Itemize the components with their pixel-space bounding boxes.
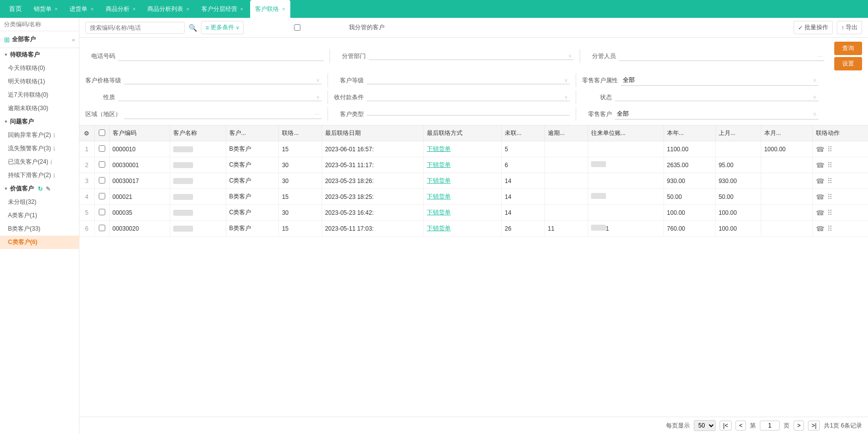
col-last-contact-date-header[interactable]: 最后联络日期 xyxy=(322,125,423,141)
sidebar-section-value[interactable]: ▼ 价值客户 ↻ ✎ xyxy=(0,182,79,195)
col-checkbox-header[interactable] xyxy=(94,125,109,141)
edit-icon[interactable]: ✎ xyxy=(46,186,51,192)
nav-tab-4[interactable]: 商品分析列表 × xyxy=(142,0,194,18)
close-tab-4-icon[interactable]: × xyxy=(186,6,189,12)
close-tab-3-icon[interactable]: × xyxy=(133,6,135,12)
page-size-select[interactable]: 50 xyxy=(694,420,716,431)
col-settings-header[interactable]: ⚙ xyxy=(79,125,94,141)
payment-select[interactable]: ∨ xyxy=(367,93,570,101)
nav-tab-3[interactable]: 商品分析 × xyxy=(101,0,140,18)
sidebar-item-declining[interactable]: 持续下滑客户(2) ℹ xyxy=(0,169,79,182)
query-button[interactable]: 查询 xyxy=(834,42,862,55)
contact-action-icon-5[interactable]: ☎ xyxy=(816,225,824,233)
col-this-year-header[interactable]: 本年... xyxy=(664,125,715,141)
more-action-icon-0[interactable]: ⠿ xyxy=(827,145,832,153)
nav-home[interactable]: 首页 xyxy=(4,0,27,18)
contact-action-icon-0[interactable]: ☎ xyxy=(816,145,824,153)
col-ctype-header[interactable]: 客户... xyxy=(226,125,278,141)
select-all-checkbox[interactable] xyxy=(99,129,105,136)
dept-select[interactable]: ∨ xyxy=(369,52,574,60)
sidebar-item-churned[interactable]: 已流失客户(24) ℹ xyxy=(0,155,79,169)
first-page-button[interactable]: |< xyxy=(720,421,732,431)
row-last-method-1[interactable]: 下销货单 xyxy=(424,157,502,173)
customer-level-select[interactable]: ∨ xyxy=(367,76,570,84)
sidebar-item-churn-warning[interactable]: 流失预警客户(3) ℹ xyxy=(0,142,79,155)
close-tab-1-icon[interactable]: × xyxy=(55,6,58,12)
row-checkbox-cell-5[interactable] xyxy=(94,221,109,237)
export-button[interactable]: ↑ 导出 xyxy=(837,21,862,34)
nav-tab-5[interactable]: 客户分层经营 × xyxy=(197,0,248,18)
row-last-method-4[interactable]: 下销货单 xyxy=(424,205,502,221)
retail-attr-select[interactable]: 全部 ∨ xyxy=(621,75,818,86)
refresh-icon[interactable]: ↻ xyxy=(38,186,43,192)
col-name-header[interactable]: 客户名称 xyxy=(170,125,226,141)
sidebar-item-unclassified[interactable]: 未分组(32) xyxy=(0,195,79,209)
col-code-header[interactable]: 客户编码 xyxy=(109,125,170,141)
row-checkbox-cell-2[interactable] xyxy=(94,173,109,189)
row-last-method-2[interactable]: 下销货单 xyxy=(424,173,502,189)
page-number-input[interactable] xyxy=(760,421,780,431)
row-checkbox-5[interactable] xyxy=(99,225,105,231)
more-action-icon-1[interactable]: ⠿ xyxy=(827,161,832,169)
more-action-icon-2[interactable]: ⠿ xyxy=(827,177,832,185)
contact-action-icon-4[interactable]: ☎ xyxy=(816,209,824,217)
row-checkbox-1[interactable] xyxy=(99,161,105,168)
close-tab-6-icon[interactable]: × xyxy=(282,6,285,12)
row-last-method-0[interactable]: 下销货单 xyxy=(424,141,502,157)
customer-type-select[interactable] xyxy=(367,113,570,116)
last-page-button[interactable]: >| xyxy=(808,421,820,431)
sidebar-item-7days[interactable]: 近7天待联络(0) xyxy=(0,88,79,102)
sidebar-item-overdue[interactable]: 逾期未联络(30) xyxy=(0,102,79,115)
batch-operations-button[interactable]: ✓ 批量操作 xyxy=(794,21,833,34)
status-select[interactable]: ∨ xyxy=(615,93,818,101)
next-page-button[interactable]: > xyxy=(794,421,804,431)
contact-action-icon-2[interactable]: ☎ xyxy=(816,177,824,185)
sidebar-item-c-class[interactable]: C类客户(6) xyxy=(0,236,79,249)
nav-tab-1[interactable]: 销货单 × xyxy=(29,0,63,18)
col-account-header[interactable]: 往来单位账... xyxy=(588,125,664,141)
contact-action-icon-1[interactable]: ☎ xyxy=(816,161,824,169)
row-checkbox-4[interactable] xyxy=(99,209,105,215)
sidebar-search-input[interactable] xyxy=(4,21,78,28)
collapse-icon[interactable]: « xyxy=(72,37,75,43)
row-last-method-5[interactable]: 下销货单 xyxy=(424,221,502,237)
contact-action-icon-3[interactable]: ☎ xyxy=(816,193,824,201)
col-this-month-header[interactable]: 本月... xyxy=(761,125,812,141)
nature-select[interactable]: ∨ xyxy=(118,93,322,101)
row-checkbox-cell-0[interactable] xyxy=(94,141,109,157)
close-tab-5-icon[interactable]: × xyxy=(240,6,243,12)
row-checkbox-cell-4[interactable] xyxy=(94,205,109,221)
col-last-month-header[interactable]: 上月... xyxy=(715,125,761,141)
col-last-contact-method-header[interactable]: 最后联络方式 xyxy=(424,125,502,141)
nav-tab-2[interactable]: 进货单 × xyxy=(65,0,98,18)
more-conditions-button[interactable]: ≡ 更多条件 ∨ xyxy=(201,21,244,34)
sidebar-item-b-class[interactable]: B类客户(33) xyxy=(0,222,79,236)
row-checkbox-cell-3[interactable] xyxy=(94,189,109,205)
retail-customer-select[interactable]: 全部 ∨ xyxy=(615,109,818,120)
sidebar-item-tomorrow[interactable]: 明天待联络(1) xyxy=(0,75,79,88)
row-checkbox-cell-1[interactable] xyxy=(94,157,109,173)
row-checkbox-3[interactable] xyxy=(99,193,105,199)
search-input[interactable] xyxy=(85,22,185,34)
more-action-icon-3[interactable]: ⠿ xyxy=(827,193,832,201)
sidebar-section-pending[interactable]: ▼ 待联络客户 xyxy=(0,48,79,62)
phone-input[interactable] xyxy=(118,52,324,61)
search-button-icon[interactable]: 🔍 xyxy=(189,24,197,32)
row-checkbox-0[interactable] xyxy=(99,145,105,152)
all-customers-item[interactable]: ⊞ 全部客户 « xyxy=(0,31,79,48)
col-un-contact-header[interactable]: 未联... xyxy=(501,125,544,141)
close-tab-2-icon[interactable]: × xyxy=(90,6,93,12)
person-select[interactable]: ··· xyxy=(619,52,824,61)
my-customers-checkbox-label[interactable]: 我分管的客户 xyxy=(248,23,385,32)
col-contact-header[interactable]: 联络... xyxy=(279,125,322,141)
col-overdue-header[interactable]: 逾期... xyxy=(544,125,588,141)
nav-tab-6[interactable]: 客户联络 × xyxy=(250,0,290,18)
sidebar-item-today[interactable]: 今天待联络(0) xyxy=(0,62,79,75)
sidebar-section-problem[interactable]: ▼ 问题客户 xyxy=(0,115,79,128)
prev-page-button[interactable]: < xyxy=(735,421,746,431)
region-select[interactable]: ··· xyxy=(124,110,322,119)
my-customers-checkbox[interactable] xyxy=(248,24,347,31)
more-action-icon-4[interactable]: ⠿ xyxy=(827,209,832,217)
more-action-icon-5[interactable]: ⠿ xyxy=(827,225,832,233)
row-last-method-3[interactable]: 下销货单 xyxy=(424,189,502,205)
